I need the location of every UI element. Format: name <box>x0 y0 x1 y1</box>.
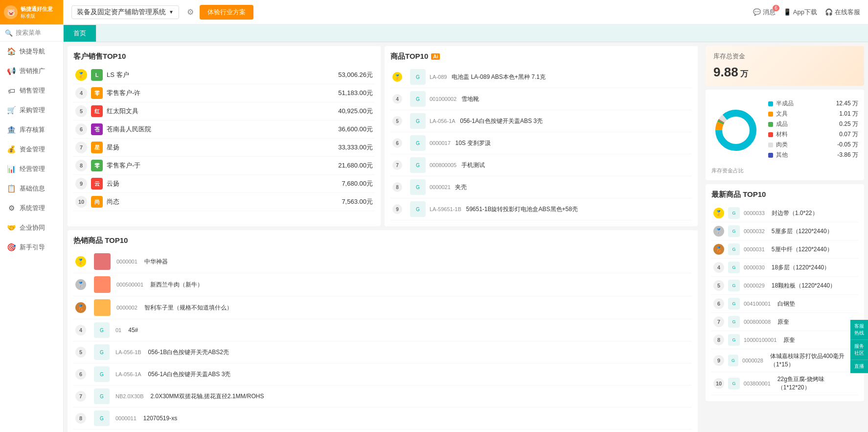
table-row: 7 星 星扬 33,333.00元 <box>73 139 375 157</box>
sidebar-item-guide[interactable]: 🎯 新手引导 <box>0 238 63 257</box>
legend-item: 材料 0.07 万 <box>768 130 858 139</box>
operations-icon: 📊 <box>7 165 16 173</box>
list-item: 4 G 0000030 18多层（1220*2440） <box>711 259 858 277</box>
settings-icon[interactable]: ⚙ <box>187 7 194 17</box>
rank-number: 5 <box>392 116 402 126</box>
product-image: G <box>728 316 740 328</box>
list-item: 5 G 0000029 18颗粒板（1220*2440） <box>711 277 858 295</box>
rank-number: 4 <box>713 262 724 273</box>
chevron-down-icon: ▼ <box>169 9 174 15</box>
sidebar-logo-text: 畅捷通好生意 标准版 <box>21 5 53 19</box>
latest-products-list: 🥇 G 0000033 封边带（1.0*22） 🥈 G 0000032 5厘多层… <box>711 204 858 395</box>
product-image: G <box>94 322 110 338</box>
sidebar-item-basics[interactable]: 📋 基础信息 <box>0 179 63 198</box>
product-image: G <box>94 344 110 360</box>
message-btn[interactable]: 💬 消息 6 <box>753 8 776 17</box>
float-btn-community[interactable]: 服务社区 <box>850 340 868 360</box>
rank-number: 7 <box>75 142 87 153</box>
inventory-amount: 9.88 万 <box>713 65 856 80</box>
list-item: 5 G LA-056-1A 056-1A白色按键开关盖ABS 3壳 <box>390 110 692 132</box>
table-row: 6 苍 苍南县人民医院 36,600.00元 <box>73 120 375 139</box>
list-item: 🥇 0000001 中华神器 <box>73 250 692 273</box>
sidebar-item-marketing[interactable]: 📢 营销推广 <box>0 61 63 81</box>
donut-chart <box>711 106 760 155</box>
list-item: 🥈 000500001 新西兰牛肉（新牛） <box>73 273 692 296</box>
product-image: G <box>410 69 426 85</box>
sidebar-item-collab[interactable]: 🤝 企业协同 <box>0 218 63 238</box>
table-row: 5 红 红太阳文具 40,925.00元 <box>73 102 375 120</box>
right-panel: 库存总资金 9.88 万 <box>702 42 868 432</box>
avatar: L <box>91 69 103 81</box>
list-item: 🥇 G LA-089 电池盖 LA-089 ABS本色+黑种 7.1克 <box>390 66 692 88</box>
rank-number: 9 <box>75 178 87 190</box>
table-row: 🥇 L LS 客户 53,006.26元 <box>73 66 375 84</box>
system-name-selector[interactable]: 装备及固定资产辅助管理系统 ▼ <box>71 5 179 19</box>
product-ranking-title: 商品TOP10 Ai <box>390 52 692 61</box>
marketing-icon: 📢 <box>7 67 16 75</box>
sidebar-logo: 🐷 畅捷通好生意 标准版 <box>0 0 63 24</box>
sidebar-item-sales[interactable]: 🏷 销售管理 <box>0 81 63 100</box>
donut-container: 半成品 12.45 万 文具 1.01 万 成品 0.25 万 <box>711 96 858 165</box>
rank-number: 7 <box>75 391 86 402</box>
sidebar-item-system[interactable]: ⚙ 系统管理 <box>0 198 63 218</box>
dashboard: 客户销售TOP10 🥇 L LS 客户 53,006.26元 4 <box>64 42 868 432</box>
list-item: 4 G 01 45# <box>73 319 692 341</box>
rank-medal: 🥉 <box>75 302 86 313</box>
product-info: LA-089 电池盖 LA-089 ABS本色+黑种 7.1克 <box>430 73 690 81</box>
rank-number: 5 <box>75 347 86 358</box>
rank-number: 10 <box>75 196 87 208</box>
product-image: G <box>728 280 740 291</box>
list-item: 10 G 003800001 22g鱼豆腐-烧烤味（1*12*20） <box>711 372 858 395</box>
inventory-card: 库存总资金 9.88 万 <box>706 46 864 86</box>
rank-number: 6 <box>75 369 86 380</box>
float-btn-service[interactable]: 客服热线 <box>850 320 868 340</box>
hot-products-title: 热销商品 TOP10 <box>73 236 692 245</box>
product-image: G <box>410 201 426 217</box>
product-image: G <box>728 207 740 219</box>
sidebar-item-operations[interactable]: 📊 经营管理 <box>0 159 63 179</box>
latest-products-title: 最新商品 TOP10 <box>711 190 858 199</box>
experience-btn[interactable]: 体验行业方案 <box>200 5 253 20</box>
rank-number: 8 <box>392 182 402 192</box>
avatar: 零 <box>91 87 103 99</box>
rank-number: 9 <box>713 355 724 366</box>
headset-icon: 🎧 <box>825 8 833 16</box>
legend-item: 半成品 12.45 万 <box>768 99 858 108</box>
rank-number: 5 <box>713 280 724 291</box>
product-image: G <box>728 243 740 255</box>
list-item: 9 G LA-59651-1B 59651-1B旋转投影灯电池盒ABS黑色+58… <box>390 198 692 220</box>
legend-item: 成品 0.25 万 <box>768 120 858 128</box>
online-service-btn[interactable]: 🎧 在线客服 <box>825 8 860 17</box>
content-area: 首页 客户销售TOP10 🥇 L LS 客 <box>64 24 868 432</box>
inventory-legend: 半成品 12.45 万 文具 1.01 万 成品 0.25 万 <box>768 99 858 161</box>
sidebar-item-finance[interactable]: 💰 资金管理 <box>0 140 63 159</box>
phone-icon: 📱 <box>783 8 791 16</box>
sidebar-item-quick-nav[interactable]: 🏠 快捷导航 <box>0 42 63 61</box>
product-info: LA-056-1A 056-1A白色按键开关盖ABS 3壳 <box>430 117 690 125</box>
table-row: 4 零 零售客户-许 51,183.00元 <box>73 84 375 102</box>
product-info: 000800005 手机测试 <box>430 161 690 169</box>
avatar: 零 <box>91 160 103 171</box>
avatar: 星 <box>91 142 103 153</box>
table-row: 8 零 零售客户-于 21,680.00元 <box>73 157 375 175</box>
collab-icon: 🤝 <box>7 223 16 232</box>
customer-ranking-card: 客户销售TOP10 🥇 L LS 客户 53,006.26元 4 <box>68 46 381 226</box>
legend-item: 其他 -3.86 万 <box>768 151 858 159</box>
product-image: G <box>94 388 110 404</box>
tab-home[interactable]: 首页 <box>64 25 96 42</box>
product-image: G <box>410 157 426 173</box>
top-two-col: 客户销售TOP10 🥇 L LS 客户 53,006.26元 4 <box>68 46 698 226</box>
rank-number: 10 <box>713 378 724 389</box>
app-download-btn[interactable]: 📱 App下载 <box>783 8 817 17</box>
list-item: 9 G 0000028 体城嘉枝味苏打饮品400毫升（1*15） <box>711 349 858 372</box>
sidebar: 🐷 畅捷通好生意 标准版 🔍 搜索菜单 🏠 快捷导航 📢 营销推广 🏷 销售管理… <box>0 0 64 432</box>
sidebar-search[interactable]: 🔍 搜索菜单 <box>0 24 63 42</box>
product-info: 001000002 雪地靴 <box>430 95 690 103</box>
purchase-icon: 🛒 <box>7 106 16 115</box>
product-info: 0000017 10S 变刹罗汲 <box>430 139 690 147</box>
sidebar-item-inventory[interactable]: 🏦 库存核算 <box>0 120 63 140</box>
sidebar-item-purchase[interactable]: 🛒 采购管理 <box>0 100 63 120</box>
float-btn-live[interactable]: 直播 <box>850 360 868 373</box>
product-image: G <box>728 355 738 366</box>
rank-number: 8 <box>75 160 87 171</box>
